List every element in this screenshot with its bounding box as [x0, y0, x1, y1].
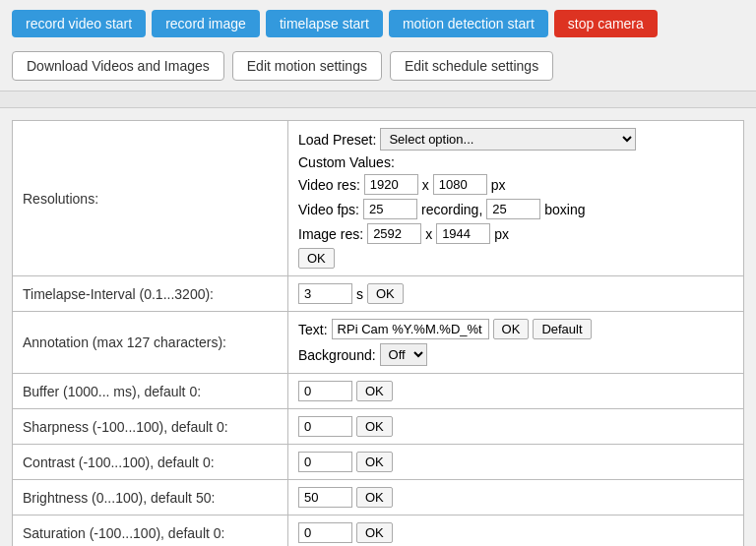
image-res-x-input[interactable]	[367, 223, 421, 244]
brightness-row-ok-button[interactable]: OK	[356, 487, 393, 508]
annotation-text-input[interactable]	[332, 319, 489, 339]
top-buttons-bar: record video startrecord imagetimelapse …	[0, 0, 756, 47]
video-fps-boxing-input[interactable]	[486, 199, 540, 219]
saturation-row-input[interactable]	[298, 522, 352, 543]
resolutions-row-value: Load Preset: Select option... Custom Val…	[288, 121, 744, 276]
motion-detection-start-button[interactable]: motion detection start	[389, 10, 548, 37]
saturation-row-ok-button[interactable]: OK	[356, 522, 393, 543]
contrast-row-label: Contrast (-100...100), default 0:	[13, 445, 288, 480]
brightness-row-input[interactable]	[298, 487, 352, 508]
buffer-row-value: OK	[288, 374, 744, 409]
contrast-row: Contrast (-100...100), default 0: OK	[13, 445, 744, 480]
video-fps-input[interactable]	[363, 199, 417, 219]
load-preset-label: Load Preset:	[298, 132, 376, 148]
sharpness-row: Sharpness (-100...100), default 0: OK	[13, 409, 744, 445]
sharpness-row-value: OK	[288, 409, 744, 445]
saturation-row-label: Saturation (-100...100), default 0:	[13, 516, 288, 547]
sharpness-row-input[interactable]	[298, 416, 352, 437]
buffer-row-label: Buffer (1000... ms), default 0:	[13, 374, 288, 409]
timelapse-interval-row-unit: s	[356, 286, 363, 302]
resolutions-row: Resolutions: Load Preset: Select option.…	[13, 121, 744, 276]
second-buttons-bar: Download Videos and ImagesEdit motion se…	[0, 47, 756, 91]
annotation-row: Annotation (max 127 characters): Text: O…	[13, 312, 744, 374]
record-video-start-button[interactable]: record video start	[12, 10, 146, 37]
annotation-default-button[interactable]: Default	[533, 319, 591, 339]
buffer-row: Buffer (1000... ms), default 0: OK	[13, 374, 744, 409]
video-fps-boxing: boxing	[544, 202, 585, 217]
buffer-row-input[interactable]	[298, 381, 352, 401]
buffer-row-ok-button[interactable]: OK	[356, 381, 393, 401]
saturation-row-value: OK	[288, 516, 744, 547]
record-image-button[interactable]: record image	[152, 10, 260, 37]
brightness-row: Brightness (0...100), default 50: OK	[13, 480, 744, 516]
video-fps-label: Video fps:	[298, 202, 359, 217]
annotation-bg-select[interactable]: OffOn	[380, 343, 427, 366]
sharpness-row-ok-button[interactable]: OK	[356, 416, 393, 437]
sharpness-row-label: Sharpness (-100...100), default 0:	[13, 409, 288, 445]
edit-schedule-settings-button[interactable]: Edit schedule settings	[390, 51, 553, 81]
annotation-row-value: Text: OK Default Background: OffOn	[288, 312, 744, 374]
stop-camera-button[interactable]: stop camera	[554, 10, 658, 37]
edit-motion-settings-button[interactable]: Edit motion settings	[232, 51, 382, 81]
resolutions-row-label: Resolutions:	[13, 121, 288, 276]
custom-values-label: Custom Values:	[298, 154, 395, 170]
video-res-x-sep: x	[422, 177, 429, 193]
timelapse-interval-row-ok-button[interactable]: OK	[367, 283, 404, 304]
video-fps-recording: recording,	[421, 202, 482, 217]
contrast-row-input[interactable]	[298, 452, 352, 472]
annotation-ok-button[interactable]: OK	[493, 319, 530, 339]
brightness-row-label: Brightness (0...100), default 50:	[13, 480, 288, 516]
section-title	[0, 91, 756, 108]
preset-select[interactable]: Select option...	[380, 128, 636, 151]
timelapse-interval-row-input[interactable]	[298, 283, 352, 304]
image-res-label: Image res:	[298, 226, 363, 242]
timelapse-start-button[interactable]: timelapse start	[266, 10, 383, 37]
contrast-row-value: OK	[288, 445, 744, 480]
saturation-row: Saturation (-100...100), default 0: OK	[13, 516, 744, 547]
download-videos-button[interactable]: Download Videos and Images	[12, 51, 224, 81]
image-res-px: px	[494, 226, 509, 242]
video-res-label: Video res:	[298, 177, 360, 193]
annotation-row-label: Annotation (max 127 characters):	[13, 312, 288, 374]
image-res-y-input[interactable]	[436, 223, 490, 244]
timelapse-interval-row-label: Timelapse-Interval (0.1...3200):	[13, 276, 288, 312]
timelapse-interval-row-value: s OK	[288, 276, 744, 312]
timelapse-interval-row: Timelapse-Interval (0.1...3200): s OK	[13, 276, 744, 312]
video-res-px: px	[491, 177, 506, 193]
annotation-text-label: Text:	[298, 322, 328, 337]
brightness-row-value: OK	[288, 480, 744, 516]
annotation-bg-label: Background:	[298, 347, 376, 363]
settings-table: Resolutions: Load Preset: Select option.…	[12, 120, 744, 546]
resolutions-ok-button[interactable]: OK	[298, 248, 335, 269]
contrast-row-ok-button[interactable]: OK	[356, 452, 393, 472]
image-res-x-sep: x	[425, 226, 432, 242]
video-res-y-input[interactable]	[433, 174, 487, 195]
video-res-x-input[interactable]	[364, 174, 418, 195]
